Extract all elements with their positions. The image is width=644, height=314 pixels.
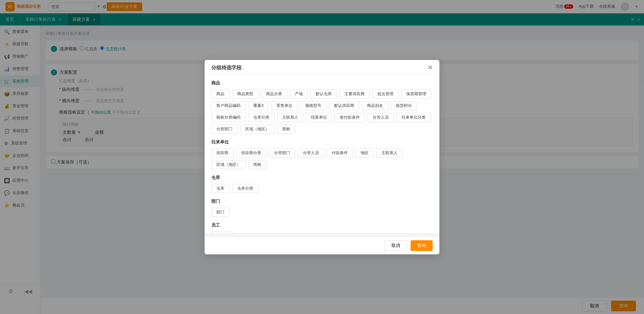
modal-footer: 取消 查询 [205,237,439,254]
field-tag-main-contact[interactable]: 主联系人 [277,113,303,122]
field-tag-region-area-partner[interactable]: 区域（地区） [211,160,246,169]
field-tag-warehouse-type[interactable]: 仓库分类 [232,184,258,193]
modal-close-btn[interactable]: ✕ [428,65,433,71]
field-tag-settlement-unit[interactable]: 结算单位 [306,113,332,122]
section-title-dept: 部门 [211,198,433,204]
field-tag-customer-code[interactable]: 客户商品编码 [211,101,246,110]
field-select-modal: 分组待选字段 ✕ 商品 商品 商品类型 商品分类 产地 默认仓库 主要供应商 批… [205,60,439,254]
field-tag-pick-points[interactable]: 拣货积分 [391,101,417,110]
field-tag-warehouse[interactable]: 仓库 [211,184,229,193]
field-tag-goods[interactable]: 商品 [211,89,229,99]
field-tag-payment-terms[interactable]: 收付款条件 [335,113,365,122]
modal-title: 分组待选字段 [211,65,241,71]
field-tag-payment-condition[interactable]: 付款条件 [327,148,353,158]
field-tag-default-warehouse[interactable]: 默认仓库 [311,89,337,99]
field-tags-partner: 供应商 供应商分类 分管部门 分管人员 付款条件 地区 主联系人 区域（地区） … [211,148,433,169]
field-tag-origin[interactable]: 产地 [290,89,308,99]
field-tag-partner-manager[interactable]: 分管人员 [298,148,324,158]
field-tag-goods-category[interactable]: 商品分类 [261,89,287,99]
modal-cancel-btn[interactable]: 取消 [384,240,407,251]
field-tag-retail-unit[interactable]: 零售单位 [271,101,298,110]
field-tag-dept-managed[interactable]: 分管部门 [211,125,237,134]
field-tag-tax-code[interactable]: 税收分类编码 [211,113,246,122]
field-tag-main-supplier[interactable]: 主要供应商 [339,89,370,99]
modal-hscroll[interactable] [205,233,439,236]
field-tag-region-goods[interactable]: 区域（地区） [240,125,274,134]
field-tag-spec-model[interactable]: 规格型号 [300,101,326,110]
field-tag-main-contact-partner[interactable]: 主联系人 [376,148,402,158]
modal-header: 分组待选字段 ✕ [205,60,439,75]
field-tag-manager[interactable]: 分管人员 [368,113,394,122]
field-tag-batch-mgmt[interactable]: 批次管理 [372,89,398,99]
field-tag-region-partner[interactable]: 地区 [356,148,374,158]
field-tag-partner-category[interactable]: 往来单位分类 [396,113,431,122]
field-tag-supplier[interactable]: 供应商 [211,148,233,158]
field-tags-dept: 部门 [211,208,433,217]
field-tag-short-name-partner[interactable]: 简称 [248,160,266,169]
modal-overlay: 分组待选字段 ✕ 商品 商品 商品类型 商品分类 产地 默认仓库 主要供应商 批… [0,0,644,314]
section-title-warehouse: 仓库 [211,175,433,181]
field-tags-warehouse: 仓库 仓库分类 [211,184,433,193]
section-title-goods: 商品 [211,80,433,86]
field-tag-expiry-mgmt[interactable]: 保质期管理 [401,89,431,99]
field-tag-warehouse-category[interactable]: 仓库分类 [248,113,274,122]
field-tag-short-name-goods[interactable]: 简称 [277,125,295,134]
field-tag-goods-alias[interactable]: 商品别名 [362,101,388,110]
field-tag-weight3[interactable]: 重量3 [248,101,269,110]
field-tag-dept[interactable]: 部门 [211,208,229,217]
modal-body: 商品 商品 商品类型 商品分类 产地 默认仓库 主要供应商 批次管理 保质期管理… [205,75,439,234]
field-tags-goods: 商品 商品类型 商品分类 产地 默认仓库 主要供应商 批次管理 保质期管理 客户… [211,89,433,134]
modal-confirm-btn[interactable]: 查询 [411,240,433,251]
field-tag-goods-type[interactable]: 商品类型 [232,89,258,99]
section-title-employee: 员工 [211,222,433,228]
field-tag-partner-dept[interactable]: 分管部门 [269,148,295,158]
field-tag-default-supplier[interactable]: 默认供应商 [329,101,359,110]
section-title-partner: 往来单位 [211,139,433,145]
field-tag-supplier-category[interactable]: 供应商分类 [236,148,266,158]
